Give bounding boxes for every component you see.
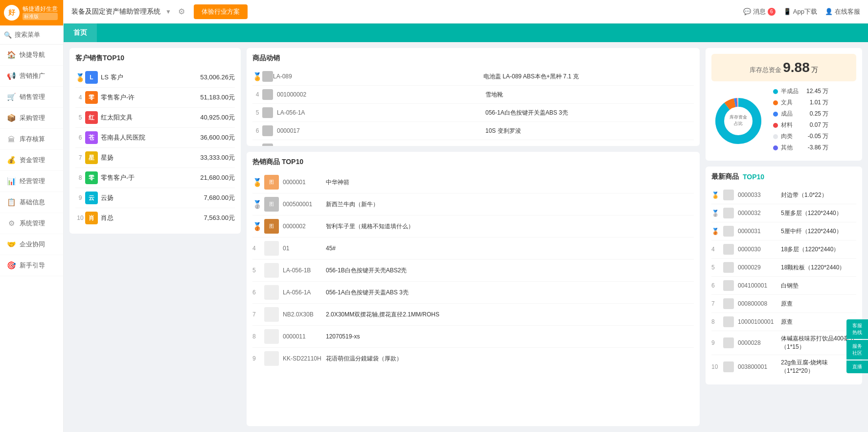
sidebar-item-home[interactable]: 🏠 快捷导航 (0, 45, 63, 66)
legend-value: 0.25 万 (805, 110, 829, 118)
product-code: 0000011 (283, 333, 322, 340)
rank-number: 🥈 (252, 200, 260, 209)
product-image (264, 351, 279, 366)
product-img (723, 226, 734, 237)
customer-name: 红太阳文具 (101, 113, 200, 122)
product-code: 0000030 (738, 246, 777, 253)
topbar-arrow-icon[interactable]: ▼ (165, 8, 171, 15)
customer-avatar: 红 (85, 111, 98, 124)
product-name: 22g鱼豆腐-烧烤味（1*12*20） (781, 359, 856, 375)
message-button[interactable]: 💬 消息 6 (743, 7, 776, 16)
product-desc: 电池盖 LA-089 ABS本色+黑种 7.1 克 (483, 72, 694, 81)
product-name: 花语萌但温分鏡罐袋（厚款） (326, 355, 694, 363)
sidebar-item-operations[interactable]: 📊 经营管理 (0, 171, 63, 192)
app-download-button[interactable]: 📱 App下载 (783, 7, 817, 16)
product-name: 白钢垫 (781, 282, 856, 290)
product-img-placeholder (262, 89, 273, 100)
new-product-item: 🥉 0000031 5厘中纤（1220*2440） (711, 222, 856, 240)
rank-item: 5 红 红太阳文具 40,925.00元 (75, 108, 235, 128)
rank-number: 10 (711, 363, 719, 370)
message-icon: 💬 (743, 8, 751, 15)
legend-item: 材料 0.07 万 (773, 121, 828, 129)
customer-name: 肖总 (101, 214, 204, 222)
rank-item: 7 星 星扬 33,333.00元 (75, 148, 235, 168)
rank-number: 9 (75, 194, 85, 201)
right-column: 库存总资金 9.88 万 (706, 48, 862, 426)
float-btn-live[interactable]: 直播 (846, 360, 868, 373)
sidebar-item-system[interactable]: ⚙ 系统管理 (0, 213, 63, 234)
message-badge: 6 (768, 8, 776, 16)
sidebar-item-label: 新手引导 (20, 261, 45, 270)
product-name: 新西兰牛肉（新牛） (326, 200, 694, 209)
product-img-placeholder (262, 71, 273, 82)
legend-label: 成品 (781, 110, 802, 118)
rank-number: 5 (75, 114, 85, 121)
inventory-summary: 库存总资金 9.88 万 (711, 54, 856, 81)
product-name: 封边带（1.0*22） (781, 191, 856, 199)
legend-item: 肉类 -0.05 万 (773, 132, 828, 141)
rank-number: 4 (252, 91, 262, 98)
scroll-item: 🏅 LA-089 电池盖 LA-089 ABS本色+黑种 7.1 克 (252, 68, 694, 86)
product-image (264, 307, 279, 322)
sidebar-item-guide[interactable]: 🎯 新手引导 (0, 255, 63, 276)
inventory-card: 库存总资金 9.88 万 (706, 48, 862, 161)
rank-number: 7 (711, 300, 719, 307)
product-desc: 10S 变刹罗浚 (485, 127, 694, 135)
product-name: 智利车子里（规格不知道填什么） (326, 222, 694, 231)
customer-avatar: 苍 (85, 131, 98, 144)
customer-value: 36,600.00元 (200, 133, 235, 142)
sidebar-item-label: 基础信息 (20, 198, 45, 207)
sidebar-item-basic-info[interactable]: 📋 基础信息 (0, 192, 63, 213)
product-name: 5厘中纤（1220*2440） (781, 227, 856, 236)
logo-icon: 好 (4, 5, 20, 21)
inventory-label: 库存总资金 9.88 万 (717, 60, 850, 75)
rank-item: 10 肖 肖总 7,563.00元 (75, 208, 235, 228)
sidebar-item-finance[interactable]: 💰 资金管理 (0, 150, 63, 171)
product-image: 图 (264, 175, 279, 190)
product-code: 0000028 (738, 339, 777, 346)
rank-number: 7 (252, 311, 260, 318)
product-name: 18颗粒板（1220*2440） (781, 264, 856, 272)
new-product-item: 4 0000030 18多层（1220*2440） (711, 240, 856, 259)
rank-number: 10 (75, 215, 85, 221)
sidebar-item-sales[interactable]: 🛒 销售管理 (0, 87, 63, 108)
rank-item: 🏅 L LS 客户 53,006.26元 (75, 68, 235, 88)
new-product-item: 🏅 0000033 封边带（1.0*22） (711, 186, 856, 204)
hot-product-item: 5 LA-056-1B 056-1B白色按键开关壳ABS2壳 (252, 260, 694, 282)
float-btn-community[interactable]: 服务社区 (846, 340, 868, 360)
hot-product-item: 8 0000011 12070519-xs (252, 326, 694, 348)
float-btn-hotline[interactable]: 客服热线 (846, 319, 868, 339)
customer-avatar: 星 (85, 151, 98, 164)
sidebar-item-inventory[interactable]: 🏛 库存核算 (0, 129, 63, 150)
product-code: 0000029 (738, 264, 777, 271)
rank-number: 6 (252, 289, 260, 296)
search-menu-button[interactable]: 🔍 搜索菜单 (4, 30, 59, 39)
product-code: 000800005 (277, 145, 485, 146)
svg-text:占比: 占比 (734, 121, 743, 126)
new-product-item: 8 10000100001 原查 (711, 313, 856, 331)
trial-button[interactable]: 体验行业方案 (194, 4, 248, 19)
gear-icon[interactable]: ⚙ (178, 7, 185, 16)
rank-medal: 🏅 (75, 73, 85, 82)
online-service-button[interactable]: 👤 在线客服 (825, 7, 860, 16)
customer-value: 7,680.00元 (204, 193, 235, 202)
product-image: 图 (264, 219, 279, 234)
rank-medal: 🏅 (252, 72, 262, 81)
legend-label: 半成品 (781, 87, 799, 96)
sidebar-item-purchase[interactable]: 📦 采购管理 (0, 108, 63, 129)
legend-value: 12.45 万 (801, 87, 828, 96)
customer-name: 零售客户-许 (101, 93, 200, 102)
rank-number: 6 (252, 127, 262, 134)
sidebar-item-enterprise[interactable]: 🤝 企业协同 (0, 234, 63, 255)
topbar-title: 装备及固定资产辅助管理系统 (71, 7, 160, 16)
product-code: 000500001 (283, 201, 322, 208)
sidebar-item-marketing[interactable]: 📢 营销推广 (0, 66, 63, 87)
search-menu-label: 搜索菜单 (15, 30, 40, 39)
rank-item: 9 云 云扬 7,680.00元 (75, 188, 235, 208)
tab-home[interactable]: 首页 (64, 24, 97, 42)
scroll-item: 5 LA-056-1A 056-1A白色按键开关盖ABS 3壳 (252, 104, 694, 122)
inventory-amount: 9.88 (783, 60, 810, 75)
product-img (723, 316, 734, 327)
purchase-icon: 📦 (7, 114, 16, 122)
product-desc: 056-1A白色按键开关盖ABS 3壳 (485, 109, 694, 117)
